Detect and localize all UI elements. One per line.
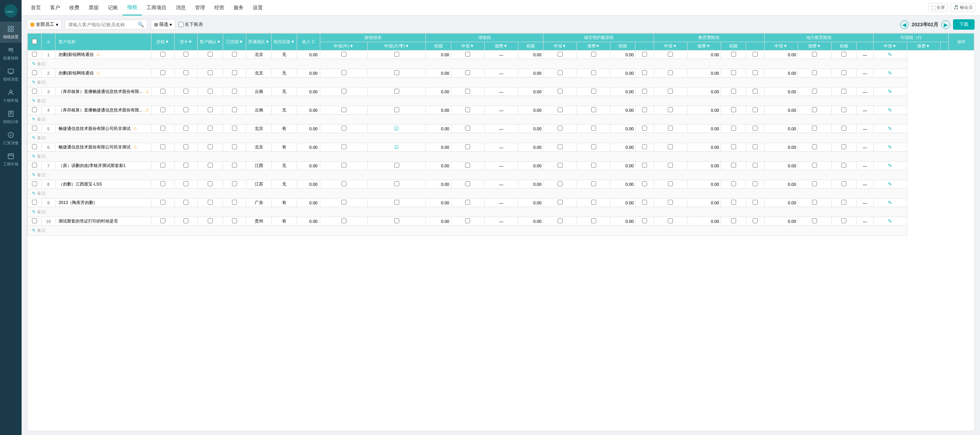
search-button[interactable]: 🔍 <box>134 20 147 29</box>
edit-note-icon[interactable]: ✎ <box>32 117 35 122</box>
cs-jiaofei-checkbox[interactable] <box>591 107 596 112</box>
edit-note-icon[interactable]: ✎ <box>32 154 35 159</box>
qingka-checkbox[interactable] <box>183 70 188 75</box>
nav-fuwu[interactable]: 服务 <box>229 0 248 15</box>
qingka-checkbox[interactable] <box>183 126 188 131</box>
edit-button[interactable]: ✎ <box>888 200 892 206</box>
queren-checkbox[interactable] <box>208 163 213 168</box>
nav-home[interactable]: 首页 <box>26 0 45 15</box>
cs-shenbao-checkbox[interactable] <box>558 200 563 205</box>
yiwansui-checkbox[interactable] <box>232 181 237 186</box>
edit-button[interactable]: ✎ <box>888 89 892 94</box>
edit-button[interactable]: ✎ <box>888 144 892 150</box>
annual-checkbox[interactable] <box>341 107 346 112</box>
yiwansui-checkbox[interactable] <box>232 200 237 205</box>
jy-jiaofei-checkbox[interactable] <box>668 163 673 168</box>
nav-baoshui[interactable]: 报税 <box>123 0 142 15</box>
membership-btn[interactable]: 🎵 畅会员 <box>951 3 975 12</box>
cs-jiaofei-checkbox[interactable] <box>591 70 596 75</box>
df-jiaofei-checkbox[interactable] <box>753 218 758 223</box>
monthly-checkbox[interactable] <box>394 218 399 223</box>
df-jiaofei-checkbox[interactable] <box>753 163 758 168</box>
zzs-shenbao-checkbox[interactable] <box>465 107 470 112</box>
yh-jiaofei-checkbox[interactable] <box>841 70 846 75</box>
yh-shenbao-checkbox[interactable] <box>812 89 817 94</box>
queren-checkbox[interactable] <box>208 200 213 205</box>
edit-note-icon[interactable]: ✎ <box>32 228 35 233</box>
row-checkbox[interactable] <box>32 70 37 75</box>
df-shenbao-checkbox[interactable] <box>731 107 736 112</box>
df-jiaofei-checkbox[interactable] <box>753 181 758 186</box>
yh-jiaofei-checkbox[interactable] <box>841 107 846 112</box>
name-table-btn[interactable]: 名下账表 <box>178 21 203 28</box>
edit-note-icon[interactable]: ✎ <box>32 98 35 103</box>
chaoshui-checkbox[interactable] <box>160 144 165 149</box>
zzs-shenbao-checkbox[interactable] <box>465 70 470 75</box>
yh-jiaofei-checkbox[interactable] <box>841 126 846 131</box>
nav-gongshang[interactable]: 工商项目 <box>142 0 171 15</box>
yh-shenbao-checkbox[interactable] <box>812 52 817 57</box>
nav-customer[interactable]: 客户 <box>45 0 65 15</box>
yh-shenbao-checkbox[interactable] <box>812 107 817 112</box>
cs-jiaofei-checkbox[interactable] <box>591 126 596 131</box>
jy-jiaofei-checkbox[interactable] <box>668 89 673 94</box>
qingka-checkbox[interactable] <box>183 181 188 186</box>
annual-checkbox[interactable] <box>341 89 346 94</box>
jy-jiaofei-checkbox[interactable] <box>668 200 673 205</box>
df-shenbao-checkbox[interactable] <box>731 181 736 186</box>
df-shenbao-checkbox[interactable] <box>731 144 736 149</box>
yh-jiaofei-checkbox[interactable] <box>841 144 846 149</box>
row-checkbox[interactable] <box>32 218 37 223</box>
yiwansui-checkbox[interactable] <box>232 52 237 57</box>
chaoshui-checkbox[interactable] <box>160 70 165 75</box>
jy-shenbao-checkbox[interactable] <box>642 70 647 75</box>
row-checkbox[interactable] <box>32 200 37 205</box>
cs-jiaofei-checkbox[interactable] <box>591 144 596 149</box>
cs-shenbao-checkbox[interactable] <box>558 107 563 112</box>
jy-shenbao-checkbox[interactable] <box>642 89 647 94</box>
sidebar-item-baoshui-shezhi[interactable]: 报税设置 <box>0 22 22 43</box>
nav-shezhi[interactable]: 设置 <box>248 0 267 15</box>
df-shenbao-checkbox[interactable] <box>731 126 736 131</box>
queren-checkbox[interactable] <box>208 70 213 75</box>
cs-jiaofei-checkbox[interactable] <box>591 163 596 168</box>
yiwansui-checkbox[interactable] <box>232 70 237 75</box>
monthly-checkbox[interactable] <box>394 107 399 112</box>
jy-shenbao-checkbox[interactable] <box>642 52 647 57</box>
monthly-checkbox[interactable] <box>394 52 399 57</box>
df-jiaofei-checkbox[interactable] <box>753 107 758 112</box>
df-jiaofei-checkbox[interactable] <box>753 126 758 131</box>
jy-jiaofei-checkbox[interactable] <box>668 181 673 186</box>
qingka-checkbox[interactable] <box>183 163 188 168</box>
chaoshui-checkbox[interactable] <box>160 126 165 131</box>
qingka-checkbox[interactable] <box>183 89 188 94</box>
df-shenbao-checkbox[interactable] <box>731 70 736 75</box>
chaoshui-checkbox[interactable] <box>160 200 165 205</box>
row-checkbox[interactable] <box>32 52 37 57</box>
zzs-shenbao-checkbox[interactable] <box>465 144 470 149</box>
yh-shenbao-checkbox[interactable] <box>812 126 817 131</box>
yh-shenbao-checkbox[interactable] <box>812 200 817 205</box>
cs-jiaofei-checkbox[interactable] <box>591 218 596 223</box>
nav-xiaoxi[interactable]: 消息 <box>171 0 190 15</box>
nav-jingying[interactable]: 经营 <box>210 0 229 15</box>
cs-jiaofei-checkbox[interactable] <box>591 181 596 186</box>
sidebar-item-baoshui-liulan[interactable]: 报税浏览 <box>0 64 22 85</box>
annual-checkbox[interactable] <box>341 52 346 57</box>
nav-shoufei[interactable]: 收费 <box>65 0 84 15</box>
queren-checkbox[interactable] <box>208 89 213 94</box>
annual-checkbox[interactable] <box>341 144 346 149</box>
edit-note-icon[interactable]: ✎ <box>32 80 35 85</box>
cs-jiaofei-checkbox[interactable] <box>591 52 596 57</box>
cs-shenbao-checkbox[interactable] <box>558 181 563 186</box>
cs-shenbao-checkbox[interactable] <box>558 70 563 75</box>
chaoshui-checkbox[interactable] <box>160 163 165 168</box>
fullscreen-btn[interactable]: ⛶ 全屏 <box>928 3 948 12</box>
chaoshui-checkbox[interactable] <box>160 181 165 186</box>
cs-shenbao-checkbox[interactable] <box>558 163 563 168</box>
df-shenbao-checkbox[interactable] <box>731 52 736 57</box>
jy-shenbao-checkbox[interactable] <box>642 107 647 112</box>
row-checkbox[interactable] <box>32 163 37 168</box>
zzs-shenbao-checkbox[interactable] <box>465 126 470 131</box>
edit-button[interactable]: ✎ <box>888 163 892 169</box>
